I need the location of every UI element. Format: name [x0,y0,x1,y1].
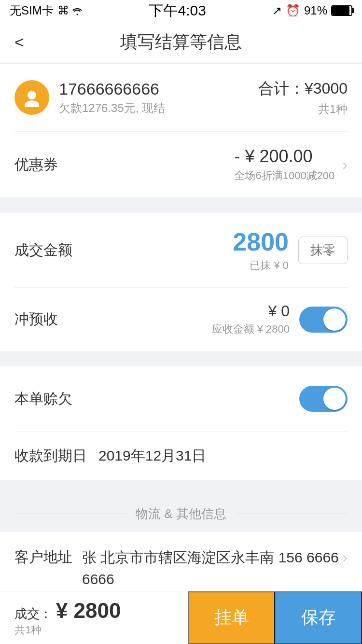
customer-info: 17666666666 欠款1276.35元, 现结 [59,80,165,116]
prepay-label: 冲预收 [14,309,58,329]
status-time: 下午4:03 [149,1,206,21]
amount-row: 成交金额 2800 已抹 ¥ 0 抹零 [0,213,362,287]
section-gap-2 [0,359,362,366]
coupon-desc: 全场6折满1000减200 [234,168,334,183]
hold-button[interactable]: 挂单 [188,591,275,644]
duedate-value: 2019年12月31日 [98,446,206,466]
bottom-summary-row: 成交： ¥ 2800 [14,599,174,623]
bottom-bar: 成交： ¥ 2800 共1种 挂单 保存 [0,591,362,644]
duedate-row: 收款到期日 2019年12月31日 [0,432,362,480]
svg-point-1 [25,100,39,107]
address-label: 客户地址 [14,547,72,567]
customer-row: 17666666666 欠款1276.35元, 现结 合计：¥3000 共1种 [0,64,362,131]
prepay-row: 冲预收 ¥ 0 应收金额 ¥ 2800 [0,288,362,351]
amount-label: 成交金额 [14,240,72,260]
amount-sub: 已抹 ¥ 0 [233,258,289,273]
debit-toggle[interactable] [299,386,348,412]
nav-bar: < 填写结算等信息 [0,21,362,64]
debit-label: 本单赊欠 [14,389,72,409]
total-count: 共1种 [258,101,348,117]
prepay-amount-block: ¥ 0 应收金额 ¥ 2800 [212,302,290,336]
deal-amount-section: 成交金额 2800 已抹 ¥ 0 抹零 冲预收 ¥ 0 应收金额 ¥ 2800 [0,213,362,351]
coupon-discount: - ¥ 200.00 [234,146,334,167]
amount-value: 2800 [233,227,289,256]
customer-section: 17666666666 欠款1276.35元, 现结 合计：¥3000 共1种 … [0,64,362,197]
logistics-divider: 物流 & 其他信息 [0,496,362,532]
coupon-right: - ¥ 200.00 全场6折满1000减200 › [234,146,348,183]
round-button[interactable]: 抹零 [298,237,348,264]
back-button[interactable]: < [14,28,34,56]
address-value: 张 北京市市辖区海淀区永丰南 156 6666 6666 [82,546,342,590]
prepay-toggle[interactable] [299,307,348,333]
debit-section: 本单赊欠 收款到期日 2019年12月31日 [0,366,362,480]
avatar [14,80,49,115]
debit-row: 本单赊欠 [0,366,362,431]
chevron-right-icon: › [342,156,348,174]
customer-left: 17666666666 欠款1276.35元, 现结 [14,80,165,116]
logistics-label: 物流 & 其他信息 [136,505,226,522]
status-right: ↗ ⏰ 91% [272,4,352,17]
amount-right: 2800 已抹 ¥ 0 抹零 [233,227,348,273]
section-gap-1 [0,205,362,213]
section-gap-3 [0,488,362,496]
save-button[interactable]: 保存 [275,591,362,644]
address-chevron-icon: › [342,548,348,566]
location-icon: ↗ [272,4,282,17]
status-bar: 无SIM卡 ⌘ 下午4:03 ↗ ⏰ 91% [0,0,362,21]
coupon-row[interactable]: 优惠券 - ¥ 200.00 全场6折满1000减200 › [0,132,362,197]
prepay-sub: 应收金额 ¥ 2800 [212,322,290,336]
alarm-icon: ⏰ [286,4,300,17]
bottom-summary-amount: ¥ 2800 [56,599,121,622]
battery-percentage: 91% [304,4,327,17]
svg-point-0 [28,91,36,99]
divider-line-right [236,514,348,514]
bottom-summary: 成交： ¥ 2800 共1种 [0,599,188,637]
bottom-summary-label: 成交： [14,606,52,621]
customer-phone: 17666666666 [59,80,165,98]
prepay-amount: ¥ 0 [212,302,290,320]
status-left: 无SIM卡 ⌘ [10,3,83,18]
total-amount: 合计：¥3000 [258,78,348,99]
bottom-summary-count: 共1种 [14,623,174,637]
debit-toggle-knob [323,388,346,410]
prepay-right: ¥ 0 应收金额 ¥ 2800 [212,302,348,336]
wifi-icon: ⌘ [57,4,83,17]
customer-sub-text: 欠款1276.35元, 现结 [59,100,165,116]
divider-line-left [14,514,126,514]
coupon-label: 优惠券 [14,155,58,175]
duedate-label: 收款到期日 [14,446,87,466]
page-title: 填写结算等信息 [120,30,242,54]
toggle-knob [323,308,346,331]
battery-icon [331,5,352,16]
carrier-text: 无SIM卡 [10,3,54,18]
customer-right: 合计：¥3000 共1种 [258,78,348,117]
